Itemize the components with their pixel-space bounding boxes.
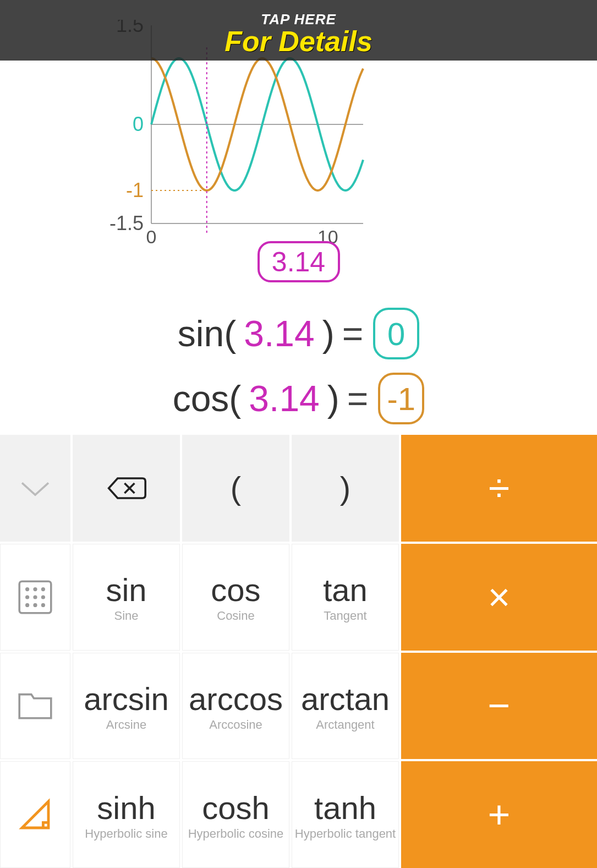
toggle-numpad-button[interactable] (0, 544, 70, 651)
svg-point-16 (41, 587, 45, 591)
svg-point-17 (25, 595, 29, 599)
expr-arg[interactable]: 3.14 (244, 313, 314, 354)
svg-point-18 (33, 595, 37, 599)
key-sub: Tangent (324, 609, 366, 623)
arcsin-button[interactable]: arcsin Arcsine (73, 653, 180, 760)
expr-eq: = (347, 378, 369, 419)
cos-button[interactable]: cos Cosine (182, 544, 289, 651)
divide-button[interactable]: ÷ (401, 435, 597, 542)
expression-list: sin( 3.14 ) = 0 cos( 3.14 ) = -1 (0, 294, 597, 424)
key-sub: Sine (114, 609, 138, 623)
key-sub: Arctangent (316, 718, 374, 731)
svg-text:-1.5: -1.5 (109, 212, 144, 234)
expr-close: ) (322, 313, 335, 354)
folder-icon (15, 686, 55, 725)
key-sub: Cosine (217, 609, 254, 623)
expr-eq: = (342, 313, 364, 354)
key-sub: Arccosine (209, 718, 262, 731)
svg-point-22 (41, 603, 45, 607)
key-main: sin (106, 571, 146, 608)
key-main: sinh (97, 789, 155, 826)
sin-button[interactable]: sin Sine (73, 544, 180, 651)
cosh-button[interactable]: cosh Hyperbolic cosine (182, 761, 289, 868)
svg-text:0: 0 (133, 113, 144, 135)
chevron-down-icon (15, 468, 55, 508)
backspace-icon (107, 468, 146, 508)
key-main: cosh (202, 789, 270, 826)
key-main: tan (323, 571, 368, 608)
expr-close: ) (327, 378, 339, 419)
triangle-button[interactable] (0, 761, 70, 868)
key-main: arccos (189, 680, 283, 717)
collapse-button[interactable] (0, 435, 70, 542)
rparen-button[interactable]: ) (292, 435, 399, 542)
key-main: cos (211, 571, 260, 608)
tanh-button[interactable]: tanh Hyperbolic tangent (292, 761, 399, 868)
svg-point-20 (25, 603, 29, 607)
folder-button[interactable] (0, 653, 70, 760)
svg-point-14 (25, 587, 29, 591)
key-main: tanh (314, 789, 376, 826)
arctan-button[interactable]: arctan Arctangent (292, 653, 399, 760)
sinh-button[interactable]: sinh Hyperbolic sine (73, 761, 180, 868)
key-sub: Hyperbolic cosine (188, 827, 284, 840)
expression-row: cos( 3.14 ) = -1 (0, 373, 597, 424)
svg-point-21 (33, 603, 37, 607)
key-sub: Arcsine (106, 718, 146, 731)
arccos-button[interactable]: arccos Arccosine (182, 653, 289, 760)
subtract-button[interactable]: − (401, 653, 597, 760)
expr-fn: sin( (178, 313, 236, 354)
key-sub: Hyperbolic tangent (295, 827, 396, 840)
expr-result[interactable]: 0 (373, 308, 419, 359)
expression-row: sin( 3.14 ) = 0 (0, 308, 597, 359)
right-triangle-icon (15, 795, 55, 834)
multiply-button[interactable]: × (401, 544, 597, 651)
expr-fn: cos( (173, 378, 242, 419)
expr-arg[interactable]: 3.14 (249, 378, 319, 419)
add-button[interactable]: + (401, 761, 597, 868)
svg-text:-1: -1 (126, 179, 144, 201)
numpad-icon (15, 577, 55, 617)
lparen-button[interactable]: ( (182, 435, 289, 542)
svg-text:0: 0 (146, 226, 157, 247)
banner-line2: For Details (0, 25, 597, 58)
tap-for-details-banner[interactable]: TAP HERE For Details (0, 0, 597, 61)
cursor-x-value[interactable]: 3.14 (258, 241, 340, 282)
backspace-button[interactable] (73, 435, 180, 542)
tan-button[interactable]: tan Tangent (292, 544, 399, 651)
key-main: arctan (301, 680, 390, 717)
keypad: ( ) ÷ sin Sine cos Cosine tan Tangent × … (0, 435, 597, 868)
key-sub: Hyperbolic sine (85, 827, 167, 840)
svg-point-15 (33, 587, 37, 591)
key-main: arcsin (84, 680, 169, 717)
expr-result[interactable]: -1 (378, 373, 424, 424)
svg-point-19 (41, 595, 45, 599)
